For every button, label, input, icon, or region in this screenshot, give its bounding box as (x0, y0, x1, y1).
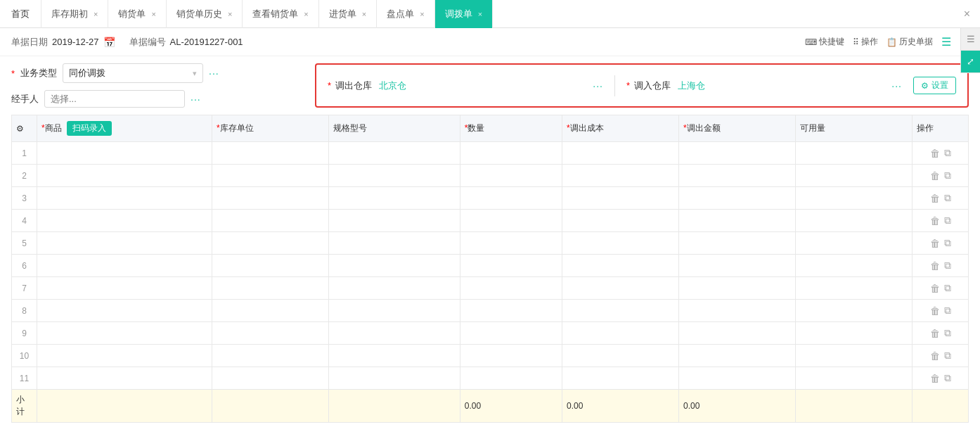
history-link[interactable]: 📋 历史单据 (886, 36, 933, 48)
tab-view-sales-close[interactable]: × (304, 10, 308, 18)
cell-amount[interactable] (679, 367, 796, 390)
cell-available[interactable] (796, 165, 913, 187)
delete-icon[interactable]: 🗑 (930, 148, 940, 159)
cell-spec[interactable] (329, 232, 460, 255)
cell-cost[interactable] (562, 367, 679, 390)
cell-unit[interactable] (212, 322, 329, 345)
copy-icon[interactable]: ⧉ (944, 327, 951, 339)
cell-available[interactable] (796, 255, 913, 277)
person-input[interactable] (44, 90, 185, 108)
cell-available[interactable] (796, 345, 913, 367)
tab-purchase-order[interactable]: 进货单 × (319, 0, 377, 28)
cell-cost[interactable] (562, 165, 679, 187)
delete-icon[interactable]: 🗑 (930, 215, 940, 227)
delete-icon[interactable]: 🗑 (930, 260, 940, 272)
copy-icon[interactable]: ⧉ (944, 350, 951, 362)
delete-icon[interactable]: 🗑 (930, 170, 940, 181)
cell-product[interactable] (37, 187, 212, 210)
sidebar-list-icon[interactable]: ☰ (961, 28, 981, 51)
delete-icon[interactable]: 🗑 (930, 350, 940, 362)
cell-product[interactable] (37, 255, 212, 277)
delete-icon[interactable]: 🗑 (930, 193, 940, 204)
cell-qty[interactable] (460, 255, 562, 277)
cell-spec[interactable] (329, 165, 460, 187)
layout1-button[interactable]: ☰ (941, 35, 951, 49)
copy-icon[interactable]: ⧉ (944, 147, 951, 159)
cell-product[interactable] (37, 322, 212, 345)
tab-home[interactable]: 首页 (0, 0, 41, 28)
delete-icon[interactable]: 🗑 (930, 283, 940, 294)
cell-available[interactable] (796, 232, 913, 255)
copy-icon[interactable]: ⧉ (944, 215, 951, 227)
person-more[interactable]: ··· (191, 94, 201, 105)
cell-product[interactable] (37, 277, 212, 300)
cell-product[interactable] (37, 232, 212, 255)
cell-product[interactable] (37, 210, 212, 232)
tab-sales-history-close[interactable]: × (228, 10, 232, 18)
cell-amount[interactable] (679, 345, 796, 367)
copy-icon[interactable]: ⧉ (944, 170, 951, 181)
cell-qty[interactable] (460, 277, 562, 300)
tab-sales-order-close[interactable]: × (151, 10, 155, 18)
cell-cost[interactable] (562, 232, 679, 255)
tab-inventory-init[interactable]: 库存期初 × (41, 0, 108, 28)
cell-amount[interactable] (679, 300, 796, 322)
copy-icon[interactable]: ⧉ (944, 192, 951, 204)
cell-cost[interactable] (562, 187, 679, 210)
cell-unit[interactable] (212, 142, 329, 165)
cell-qty[interactable] (460, 165, 562, 187)
cell-spec[interactable] (329, 142, 460, 165)
delete-icon[interactable]: 🗑 (930, 328, 940, 339)
cell-unit[interactable] (212, 210, 329, 232)
copy-icon[interactable]: ⧉ (944, 305, 951, 317)
cell-unit[interactable] (212, 187, 329, 210)
cell-product[interactable] (37, 367, 212, 390)
cell-product[interactable] (37, 345, 212, 367)
cell-amount[interactable] (679, 322, 796, 345)
cell-qty[interactable] (460, 187, 562, 210)
cell-cost[interactable] (562, 255, 679, 277)
copy-icon[interactable]: ⧉ (944, 282, 951, 294)
delete-icon[interactable]: 🗑 (930, 373, 940, 384)
tab-sales-history[interactable]: 销货单历史 × (167, 0, 243, 28)
cell-cost[interactable] (562, 210, 679, 232)
cell-amount[interactable] (679, 187, 796, 210)
tab-stocktake-close[interactable]: × (420, 10, 424, 18)
tab-inventory-init-close[interactable]: × (94, 10, 98, 18)
tab-view-sales[interactable]: 查看销货单 × (243, 0, 318, 28)
cell-amount[interactable] (679, 277, 796, 300)
warehouse-out-more[interactable]: ··· (593, 80, 603, 91)
cell-cost[interactable] (562, 277, 679, 300)
cell-spec[interactable] (329, 300, 460, 322)
operations-link[interactable]: ⠿ 操作 (853, 36, 878, 48)
cell-unit[interactable] (212, 165, 329, 187)
sidebar-expand-icon[interactable]: ⤢ (961, 51, 981, 73)
col-gear[interactable]: ⚙ (12, 115, 37, 142)
calendar-icon[interactable]: 📅 (103, 37, 115, 48)
cell-qty[interactable] (460, 142, 562, 165)
cell-available[interactable] (796, 277, 913, 300)
warehouse-in-more[interactable]: ··· (891, 80, 902, 91)
cell-spec[interactable] (329, 277, 460, 300)
cell-spec[interactable] (329, 345, 460, 367)
cell-product[interactable] (37, 300, 212, 322)
shortcuts-link[interactable]: ⌨ 快捷键 (805, 36, 844, 48)
cell-unit[interactable] (212, 255, 329, 277)
cell-qty[interactable] (460, 300, 562, 322)
tab-bar-close-button[interactable]: × (954, 8, 980, 20)
tab-purchase-order-close[interactable]: × (362, 10, 366, 18)
cell-available[interactable] (796, 142, 913, 165)
cell-cost[interactable] (562, 300, 679, 322)
cell-product[interactable] (37, 142, 212, 165)
settings-button[interactable]: ⚙ 设置 (913, 77, 956, 94)
delete-icon[interactable]: 🗑 (930, 238, 940, 249)
cell-spec[interactable] (329, 187, 460, 210)
cell-spec[interactable] (329, 210, 460, 232)
cell-unit[interactable] (212, 367, 329, 390)
cell-qty[interactable] (460, 210, 562, 232)
cell-unit[interactable] (212, 277, 329, 300)
tab-sales-order[interactable]: 销货单 × (108, 0, 166, 28)
tab-transfer-close[interactable]: × (478, 10, 482, 18)
scan-button[interactable]: 扫码录入 (67, 121, 112, 136)
delete-icon[interactable]: 🗑 (930, 305, 940, 317)
